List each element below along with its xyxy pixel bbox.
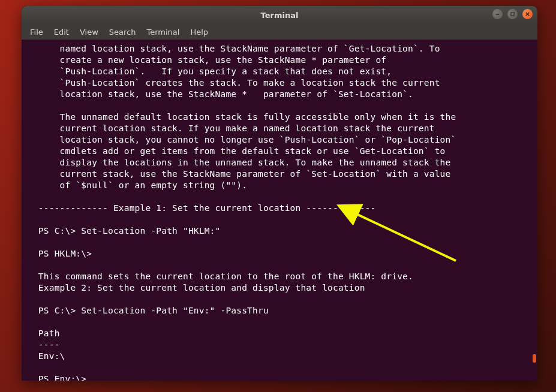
menubar: File Edit View Search Terminal Help <box>22 24 537 40</box>
menu-file[interactable]: File <box>25 26 48 38</box>
menu-edit[interactable]: Edit <box>49 26 74 38</box>
window-title: Terminal <box>261 11 299 20</box>
menu-terminal[interactable]: Terminal <box>142 26 184 38</box>
close-button[interactable] <box>522 9 533 19</box>
close-icon <box>525 11 530 17</box>
maximize-icon <box>510 11 515 17</box>
titlebar[interactable]: Terminal <box>22 6 537 24</box>
svg-rect-1 <box>511 13 514 16</box>
minimize-icon <box>495 11 500 17</box>
menu-help[interactable]: Help <box>185 26 213 38</box>
window-controls <box>492 9 533 19</box>
menu-search[interactable]: Search <box>104 26 141 38</box>
terminal-output: named location stack, use the StackName … <box>28 43 531 381</box>
menu-view[interactable]: View <box>75 26 103 38</box>
terminal-body[interactable]: named location stack, use the StackName … <box>22 40 537 381</box>
scrollbar-thumb[interactable] <box>533 354 536 363</box>
maximize-button[interactable] <box>507 9 518 19</box>
minimize-button[interactable] <box>492 9 503 19</box>
terminal-window: Terminal File Edit View Search Terminal … <box>22 6 537 381</box>
